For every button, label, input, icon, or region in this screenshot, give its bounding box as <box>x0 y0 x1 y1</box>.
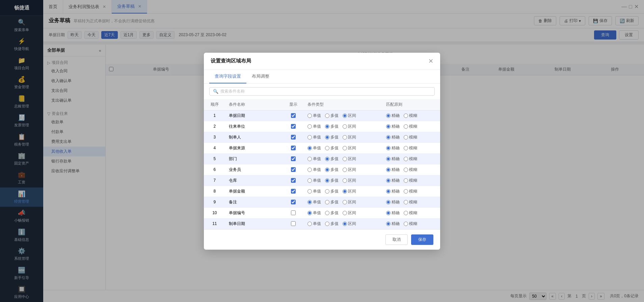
row-display[interactable] <box>283 175 304 186</box>
type-option-区间[interactable]: 区间 <box>343 178 356 183</box>
match-option-模糊[interactable]: 模糊 <box>404 156 417 162</box>
match-option-模糊[interactable]: 模糊 <box>404 199 417 205</box>
row-match[interactable]: 精确模糊 <box>383 143 440 153</box>
row-display[interactable] <box>283 153 304 164</box>
type-option-区间[interactable]: 区间 <box>343 134 356 140</box>
display-checkbox[interactable] <box>291 124 296 129</box>
match-option-模糊[interactable]: 模糊 <box>404 210 417 216</box>
row-match[interactable]: 精确模糊 <box>383 218 440 229</box>
type-option-单值[interactable]: 单值 <box>307 124 321 129</box>
row-match[interactable]: 精确模糊 <box>383 132 440 143</box>
match-option-模糊[interactable]: 模糊 <box>404 167 417 173</box>
type-option-多值[interactable]: 多值 <box>325 124 339 129</box>
type-option-单值[interactable]: 单值 <box>307 156 321 162</box>
display-checkbox[interactable] <box>291 135 296 140</box>
type-option-单值[interactable]: 单值 <box>307 134 321 140</box>
modal-tab-fields[interactable]: 查询字段设置 <box>209 70 246 83</box>
row-match[interactable]: 精确模糊 <box>383 164 440 175</box>
type-option-区间[interactable]: 区间 <box>343 188 356 194</box>
type-option-单值[interactable]: 单值 <box>307 221 321 227</box>
modal-save-button[interactable]: 保存 <box>411 234 433 245</box>
type-option-多值[interactable]: 多值 <box>325 156 339 162</box>
type-option-单值[interactable]: 单值 <box>307 199 321 205</box>
type-option-区间[interactable]: 区间 <box>343 124 356 129</box>
modal-close-button[interactable]: ✕ <box>428 57 433 65</box>
type-option-单值[interactable]: 单值 <box>307 167 321 173</box>
row-display[interactable] <box>283 186 304 197</box>
cancel-button[interactable]: 取消 <box>385 234 408 245</box>
row-type[interactable]: 单值多值区间 <box>304 197 383 207</box>
row-type[interactable]: 单值多值区间 <box>304 186 383 197</box>
type-option-多值[interactable]: 多值 <box>325 134 339 140</box>
match-option-模糊[interactable]: 模糊 <box>404 145 417 151</box>
display-checkbox[interactable] <box>291 221 296 226</box>
type-option-区间[interactable]: 区间 <box>343 199 356 205</box>
row-type[interactable]: 单值多值区间 <box>304 121 383 132</box>
row-type[interactable]: 单值多值区间 <box>304 143 383 153</box>
type-option-多值[interactable]: 多值 <box>325 210 339 216</box>
row-match[interactable]: 精确模糊 <box>383 153 440 164</box>
type-option-单值[interactable]: 单值 <box>307 210 321 216</box>
row-type[interactable]: 单值多值区间 <box>304 207 383 218</box>
type-option-区间[interactable]: 区间 <box>343 145 356 151</box>
type-option-单值[interactable]: 单值 <box>307 188 321 194</box>
modal-search-input[interactable] <box>220 89 431 94</box>
match-option-模糊[interactable]: 模糊 <box>404 188 417 194</box>
match-option-精确[interactable]: 精确 <box>386 145 400 151</box>
row-display[interactable] <box>283 218 304 229</box>
row-display[interactable] <box>283 197 304 207</box>
type-option-多值[interactable]: 多值 <box>325 188 339 194</box>
type-option-区间[interactable]: 区间 <box>343 113 356 119</box>
type-option-区间[interactable]: 区间 <box>343 221 356 227</box>
row-match[interactable]: 精确模糊 <box>383 121 440 132</box>
match-option-精确[interactable]: 精确 <box>386 221 400 227</box>
type-option-多值[interactable]: 多值 <box>325 199 339 205</box>
match-option-精确[interactable]: 精确 <box>386 188 400 194</box>
type-option-多值[interactable]: 多值 <box>325 113 339 119</box>
match-option-精确[interactable]: 精确 <box>386 167 400 173</box>
match-option-精确[interactable]: 精确 <box>386 113 400 119</box>
type-option-区间[interactable]: 区间 <box>343 156 356 162</box>
row-display[interactable] <box>283 121 304 132</box>
row-display[interactable] <box>283 132 304 143</box>
match-option-精确[interactable]: 精确 <box>386 134 400 140</box>
row-match[interactable]: 精确模糊 <box>383 175 440 186</box>
match-option-模糊[interactable]: 模糊 <box>404 134 417 140</box>
match-option-模糊[interactable]: 模糊 <box>404 113 417 119</box>
display-checkbox[interactable] <box>291 210 296 215</box>
type-option-多值[interactable]: 多值 <box>325 178 339 183</box>
type-option-单值[interactable]: 单值 <box>307 145 321 151</box>
match-option-模糊[interactable]: 模糊 <box>404 124 417 129</box>
match-option-精确[interactable]: 精确 <box>386 199 400 205</box>
row-match[interactable]: 精确模糊 <box>383 207 440 218</box>
type-option-单值[interactable]: 单值 <box>307 178 321 183</box>
match-option-精确[interactable]: 精确 <box>386 210 400 216</box>
display-checkbox[interactable] <box>291 167 296 172</box>
row-type[interactable]: 单值多值区间 <box>304 153 383 164</box>
modal-overlay[interactable]: 设置查询区域布局 ✕ 查询字段设置 布局调整 🔍 <box>0 0 644 302</box>
display-checkbox[interactable] <box>291 113 296 118</box>
row-display[interactable] <box>283 164 304 175</box>
modal-tab-layout[interactable]: 布局调整 <box>246 70 275 83</box>
type-option-单值[interactable]: 单值 <box>307 113 321 119</box>
display-checkbox[interactable] <box>291 146 296 150</box>
type-option-多值[interactable]: 多值 <box>325 221 339 227</box>
match-option-精确[interactable]: 精确 <box>386 156 400 162</box>
match-option-模糊[interactable]: 模糊 <box>404 221 417 227</box>
row-match[interactable]: 精确模糊 <box>383 186 440 197</box>
row-type[interactable]: 单值多值区间 <box>304 218 383 229</box>
match-option-精确[interactable]: 精确 <box>386 124 400 129</box>
match-option-模糊[interactable]: 模糊 <box>404 178 417 183</box>
row-match[interactable]: 精确模糊 <box>383 197 440 207</box>
type-option-区间[interactable]: 区间 <box>343 167 356 173</box>
display-checkbox[interactable] <box>291 189 296 194</box>
display-checkbox[interactable] <box>291 200 296 204</box>
row-match[interactable]: 精确模糊 <box>383 110 440 121</box>
display-checkbox[interactable] <box>291 156 296 161</box>
row-type[interactable]: 单值多值区间 <box>304 110 383 121</box>
row-display[interactable] <box>283 110 304 121</box>
row-type[interactable]: 单值多值区间 <box>304 175 383 186</box>
type-option-多值[interactable]: 多值 <box>325 145 339 151</box>
type-option-区间[interactable]: 区间 <box>343 210 356 216</box>
display-checkbox[interactable] <box>291 178 296 183</box>
